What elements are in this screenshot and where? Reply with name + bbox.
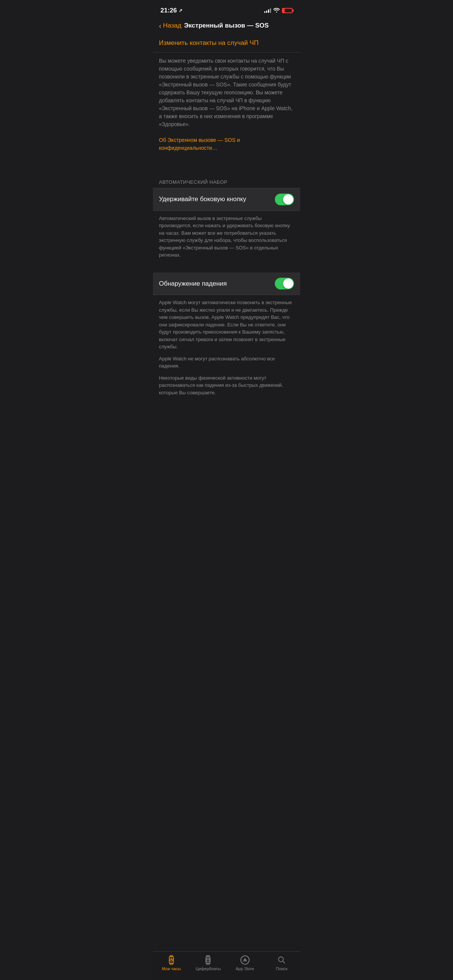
status-icons: [264, 8, 293, 14]
my-watch-icon: [166, 955, 177, 965]
watch-faces-icon: [203, 955, 213, 965]
svg-line-16: [283, 961, 285, 963]
search-icon: [276, 955, 287, 965]
svg-rect-8: [207, 963, 209, 964]
wifi-icon: [273, 8, 280, 14]
auto-dial-section-header: АВТОМАТИЧЕСКИЙ НАБОР: [153, 172, 300, 188]
tab-bar: Мои часы Циферблаты App Store: [153, 951, 300, 980]
fall-detection-toggle-knob: [283, 278, 293, 289]
fall-detection-setting[interactable]: Обнаружение падения: [153, 272, 300, 295]
tab-app-store[interactable]: App Store: [232, 955, 258, 971]
svg-rect-2: [170, 963, 172, 964]
time-display: 21:26: [160, 7, 177, 14]
nav-bar: ‹ Назад Экстренный вызов — SOS: [153, 19, 300, 34]
toggle-knob: [283, 194, 293, 205]
spacer-2: [153, 164, 300, 172]
tab-watch-faces-label: Циферблаты: [196, 966, 221, 971]
status-time: 21:26 ↗: [160, 7, 182, 14]
app-store-icon: [240, 955, 250, 965]
fall-detection-description-2: Apple Watch не могут распознавать абсолю…: [159, 355, 294, 370]
hold-button-description-block: Автоматический вызов в экстренные службы…: [153, 211, 300, 265]
location-arrow-icon: ↗: [179, 8, 182, 13]
fall-detection-description-1: Apple Watch могут автоматически позвонит…: [159, 299, 294, 350]
status-bar: 21:26 ↗: [153, 0, 300, 19]
hold-button-label: Удерживайте боковую кнопку: [159, 196, 246, 203]
signal-bars-icon: [264, 8, 271, 13]
tab-search-label: Поиск: [276, 966, 287, 971]
emergency-contacts-description: Вы можете уведомить свои контакты на слу…: [153, 52, 300, 157]
hold-button-toggle[interactable]: [275, 194, 294, 205]
hold-button-description: Автоматический вызов в экстренные службы…: [159, 215, 294, 259]
emergency-contacts-label: Изменить контакты на случай ЧП: [159, 39, 258, 46]
battery-icon: [282, 8, 293, 13]
page-title: Экстренный вызов — SOS: [158, 22, 294, 29]
fall-detection-description-3: Некоторые виды физической активности мог…: [159, 374, 294, 397]
fall-detection-label: Обнаружение падения: [159, 280, 227, 288]
tab-watch-faces[interactable]: Циферблаты: [195, 955, 221, 971]
hold-button-setting[interactable]: Удерживайте боковую кнопку: [153, 188, 300, 211]
spacer-1: [153, 157, 300, 164]
fall-detection-description-block: Apple Watch могут автоматически позвонит…: [153, 295, 300, 402]
svg-rect-7: [207, 956, 209, 957]
tab-my-watch[interactable]: Мои часы: [158, 955, 185, 971]
emergency-contacts-link[interactable]: Изменить контакты на случай ЧП: [153, 34, 300, 52]
main-content: Изменить контакты на случай ЧП Вы можете…: [153, 34, 300, 440]
svg-rect-1: [170, 956, 172, 957]
spacer-3: [153, 265, 300, 272]
tab-app-store-label: App Store: [236, 966, 254, 971]
tab-search[interactable]: Поиск: [268, 955, 295, 971]
fall-detection-toggle[interactable]: [275, 278, 294, 290]
tab-my-watch-label: Мои часы: [162, 966, 181, 971]
privacy-link[interactable]: Об Экстренном вызове — SOS и конфиденциа…: [159, 137, 240, 151]
